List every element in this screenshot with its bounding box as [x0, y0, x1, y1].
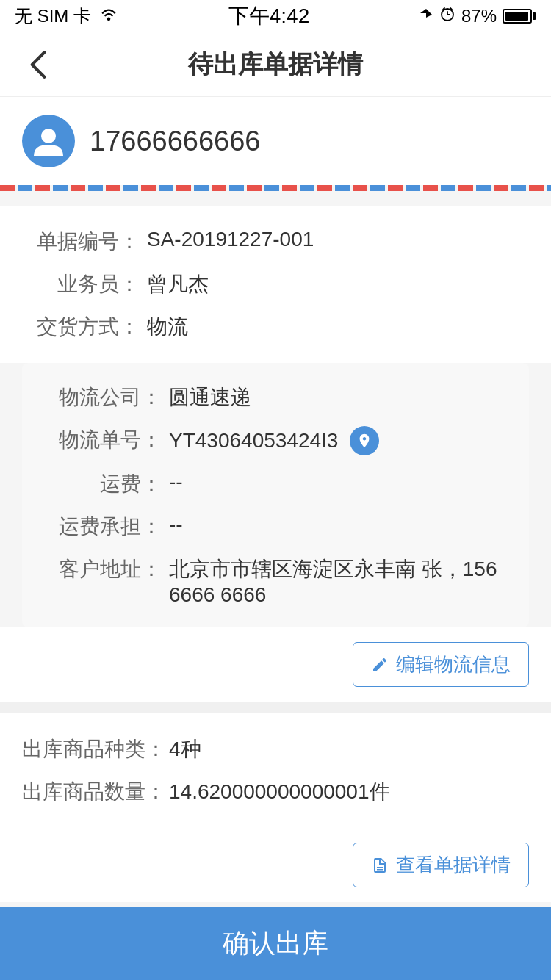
delivery-row: 交货方式： 物流	[22, 313, 529, 341]
logistics-company-value: 圆通速递	[169, 383, 507, 411]
view-detail-row: 查看单据详情	[0, 828, 551, 902]
avatar	[22, 115, 75, 167]
goods-types-row: 出库商品种类： 4种	[22, 735, 529, 763]
document-icon	[371, 857, 389, 874]
freight-value: --	[169, 470, 507, 494]
address-label: 客户地址：	[44, 555, 162, 583]
address-value: 北京市市辖区海淀区永丰南 张，156 6666 6666	[169, 555, 507, 607]
order-no-value: SA-20191227-001	[147, 228, 529, 251]
location-icon[interactable]	[350, 426, 379, 455]
view-detail-label: 查看单据详情	[396, 852, 511, 878]
confirm-outbound-button[interactable]: 确认出库	[0, 907, 551, 980]
status-right: 87%	[419, 6, 536, 26]
back-button[interactable]	[22, 48, 54, 81]
alarm-icon	[439, 6, 455, 26]
delivery-label: 交货方式：	[22, 313, 140, 341]
status-left: 无 SIM 卡	[15, 4, 119, 28]
battery-icon	[503, 9, 536, 24]
confirm-outbound-label: 确认出库	[223, 926, 328, 962]
tracking-number: YT43064053424I3	[169, 429, 338, 453]
freight-bearer-value: --	[169, 513, 507, 536]
salesman-row: 业务员： 曾凡杰	[22, 270, 529, 298]
goods-section: 出库商品种类： 4种 出库商品数量： 14.620000000000001件	[0, 713, 551, 828]
salesman-value: 曾凡杰	[147, 270, 529, 298]
dashed-divider	[0, 185, 551, 191]
tracking-value-row: YT43064053424I3	[169, 426, 507, 455]
edit-logistics-row: 编辑物流信息	[0, 627, 551, 702]
address-row: 客户地址： 北京市市辖区海淀区永丰南 张，156 6666 6666	[44, 555, 507, 607]
edit-logistics-button[interactable]: 编辑物流信息	[353, 642, 529, 687]
order-no-label: 单据编号：	[22, 228, 140, 256]
view-detail-button[interactable]: 查看单据详情	[353, 843, 529, 887]
gray-separator	[0, 702, 551, 713]
user-icon	[30, 123, 67, 159]
edit-logistics-label: 编辑物流信息	[396, 652, 511, 677]
svg-point-6	[41, 129, 56, 143]
freight-bearer-row: 运费承担： --	[44, 513, 507, 541]
goods-quantity-label: 出库商品数量：	[22, 778, 169, 806]
map-pin-icon	[356, 433, 372, 449]
logistics-card: 物流公司： 圆通速递 物流单号： YT43064053424I3 运费： -- …	[22, 363, 529, 627]
wifi-icon	[98, 6, 119, 26]
customer-header: 17666666666	[0, 97, 551, 185]
nav-bar: 待出库单据详情	[0, 32, 551, 97]
goods-types-value: 4种	[169, 735, 201, 763]
delivery-value: 物流	[147, 313, 529, 341]
time-label: 下午4:42	[228, 2, 310, 30]
status-bar: 无 SIM 卡 下午4:42	[0, 0, 551, 32]
battery-percent: 87%	[461, 6, 497, 26]
freight-row: 运费： --	[44, 470, 507, 498]
svg-point-0	[107, 18, 111, 21]
logistics-company-row: 物流公司： 圆通速递	[44, 383, 507, 411]
salesman-label: 业务员：	[22, 270, 140, 298]
goods-quantity-row: 出库商品数量： 14.620000000000001件	[22, 778, 529, 806]
tracking-row: 物流单号： YT43064053424I3	[44, 426, 507, 455]
page-title: 待出库单据详情	[188, 48, 363, 82]
carrier-label: 无 SIM 卡	[15, 4, 91, 28]
tracking-label: 物流单号：	[44, 426, 162, 454]
logistics-company-label: 物流公司：	[44, 383, 162, 411]
basic-info-section: 单据编号： SA-20191227-001 业务员： 曾凡杰 交货方式： 物流	[0, 206, 551, 363]
freight-label: 运费：	[44, 470, 162, 498]
order-no-row: 单据编号： SA-20191227-001	[22, 228, 529, 256]
customer-phone: 17666666666	[90, 126, 260, 157]
location-status-icon	[419, 6, 433, 26]
freight-bearer-label: 运费承担：	[44, 513, 162, 541]
edit-icon	[371, 656, 389, 674]
goods-types-label: 出库商品种类：	[22, 735, 169, 763]
goods-quantity-value: 14.620000000000001件	[169, 778, 390, 806]
